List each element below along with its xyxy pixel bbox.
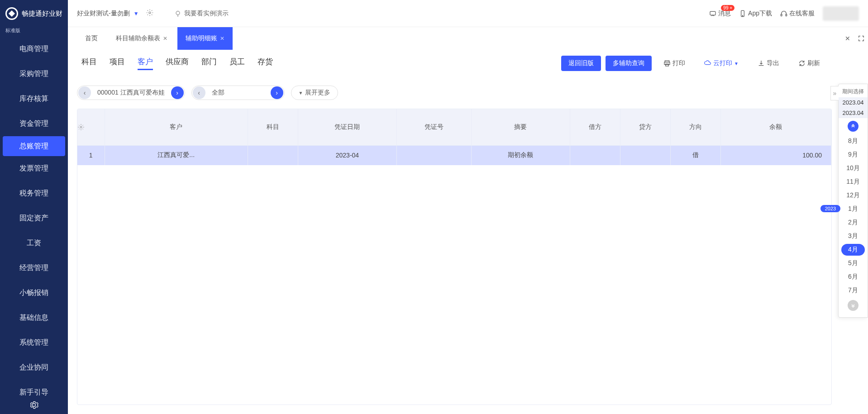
- svg-rect-5: [781, 14, 782, 16]
- prev-scope-button[interactable]: ‹: [193, 86, 205, 99]
- refresh-button[interactable]: 刷新: [791, 56, 827, 71]
- tab-close-icon[interactable]: ✕: [220, 35, 224, 42]
- period-month[interactable]: 3月: [839, 229, 868, 243]
- fullscreen-icon: [858, 35, 865, 42]
- period-month[interactable]: 8月: [839, 134, 868, 148]
- period-month[interactable]: 9月: [839, 148, 868, 162]
- app-download-button[interactable]: App下载: [739, 10, 772, 18]
- period-month[interactable]: 7月: [839, 284, 868, 297]
- table-cell: 1: [77, 145, 105, 165]
- sidebar-item[interactable]: 固定资产: [0, 206, 68, 231]
- period-month[interactable]: 2月: [839, 216, 868, 229]
- filter-tab[interactable]: 部门: [201, 57, 217, 70]
- multi-query-button[interactable]: 多辅助查询: [606, 56, 652, 71]
- expand-more-button[interactable]: ▼ 展开更多: [291, 86, 338, 100]
- chat-icon: [709, 10, 716, 17]
- period-month[interactable]: 5月: [839, 257, 868, 270]
- table-cell: 100.00: [720, 145, 831, 165]
- logo-icon: [5, 7, 18, 20]
- next-scope-button[interactable]: ›: [271, 86, 283, 99]
- period-month[interactable]: 1月2023: [839, 202, 868, 216]
- period-month[interactable]: 11月: [839, 175, 868, 189]
- period-month[interactable]: 12月: [839, 189, 868, 202]
- period-from[interactable]: 2023.04: [839, 97, 868, 108]
- chevron-down-icon: ▼: [134, 10, 139, 17]
- sidebar-item[interactable]: 税务管理: [0, 181, 68, 206]
- filter-tab[interactable]: 供应商: [166, 57, 189, 70]
- chevron-down-icon: ▼: [299, 90, 303, 95]
- chevron-down-icon: ▼: [734, 61, 739, 66]
- sidebar-item[interactable]: 采购管理: [0, 62, 68, 86]
- sidebar-item[interactable]: 新手引导: [0, 380, 68, 396]
- filter-tab[interactable]: 员工: [229, 57, 245, 70]
- period-month[interactable]: 6月: [839, 270, 868, 284]
- export-button[interactable]: 导出: [750, 56, 787, 71]
- table-header-cell: 科目: [248, 109, 298, 145]
- phone-icon: [739, 10, 746, 17]
- gear-icon[interactable]: [77, 124, 85, 131]
- support-button[interactable]: 在线客服: [780, 10, 815, 18]
- svg-point-1: [176, 11, 180, 14]
- tab[interactable]: 首页: [77, 27, 106, 50]
- table-header-cell: 余额: [720, 109, 831, 145]
- close-all-tabs[interactable]: ✕: [841, 35, 854, 42]
- sidebar-settings[interactable]: [0, 396, 68, 414]
- sidebar-item[interactable]: 系统管理: [0, 330, 68, 355]
- tab[interactable]: 科目辅助余额表✕: [108, 27, 176, 50]
- sidebar-item[interactable]: 发票管理: [0, 156, 68, 181]
- period-scroll-up[interactable]: [848, 121, 858, 132]
- table-cell: 江西真可爱...: [105, 145, 248, 165]
- gear-icon: [29, 400, 38, 409]
- sidebar-item[interactable]: 电商管理: [0, 37, 68, 62]
- sidebar-item[interactable]: 总账管理: [3, 136, 65, 156]
- tab-close-icon[interactable]: ✕: [163, 35, 167, 42]
- svg-point-10: [80, 126, 82, 128]
- filter-tab[interactable]: 项目: [110, 57, 125, 70]
- period-scroll-down[interactable]: [848, 300, 858, 311]
- nav-list: 电商管理采购管理库存核算资金管理总账管理发票管理税务管理固定资产工资经营管理小畅…: [0, 37, 68, 396]
- period-month[interactable]: 10月: [839, 162, 868, 175]
- customer-filter-value[interactable]: 000001 江西真可爱布娃: [92, 89, 170, 97]
- period-months: 8月9月10月11月12月1月20232月3月4月5月6月7月: [839, 134, 868, 297]
- table-row[interactable]: 1江西真可爱...2023-04期初余额借100.00: [77, 145, 831, 165]
- version-label: 标准版: [0, 27, 68, 37]
- period-month[interactable]: 4月: [841, 244, 865, 256]
- sidebar-item[interactable]: 企业协同: [0, 355, 68, 380]
- demo-link[interactable]: 我要看实例演示: [174, 10, 229, 18]
- next-customer-button[interactable]: ›: [171, 86, 184, 99]
- fullscreen-button[interactable]: [854, 35, 868, 42]
- table-cell: 借: [670, 145, 720, 165]
- period-panel: » 期间选择 2023.04 2023.04 8月9月10月11月12月1月20…: [838, 84, 868, 318]
- settings-icon[interactable]: [146, 9, 153, 18]
- table-header-cell: 贷方: [620, 109, 670, 145]
- filter-tab[interactable]: 存货: [258, 57, 273, 70]
- table-header-cell: 方向: [670, 109, 720, 145]
- user-avatar[interactable]: [823, 6, 859, 21]
- filter-tab[interactable]: 客户: [138, 57, 153, 70]
- sidebar-item[interactable]: 工资: [0, 231, 68, 256]
- filter-tab[interactable]: 科目: [81, 57, 97, 70]
- back-old-button[interactable]: 退回旧版: [561, 56, 601, 71]
- cloud-print-icon: [704, 60, 711, 67]
- table-header-cell: 凭证号: [397, 109, 472, 145]
- scope-filter-value[interactable]: 全部: [206, 89, 270, 97]
- sidebar-item[interactable]: 小畅报销: [0, 281, 68, 305]
- prev-customer-button[interactable]: ‹: [78, 86, 91, 99]
- period-collapse-button[interactable]: »: [830, 86, 839, 100]
- messages-button[interactable]: 消息 99 +: [709, 10, 731, 18]
- svg-point-4: [742, 15, 743, 16]
- tab[interactable]: 辅助明细账✕: [177, 27, 233, 50]
- sidebar: 畅捷通好业财 标准版 电商管理采购管理库存核算资金管理总账管理发票管理税务管理固…: [0, 0, 68, 414]
- svg-point-0: [149, 12, 151, 14]
- table-cell: [570, 145, 620, 165]
- tab-bar: 首页科目辅助余额表✕辅助明细账✕: [68, 27, 841, 50]
- print-button[interactable]: 打印: [656, 56, 692, 71]
- sidebar-item[interactable]: 基础信息: [0, 305, 68, 330]
- sidebar-item[interactable]: 资金管理: [0, 111, 68, 136]
- workspace-selector[interactable]: 好业财测试-量勿删 ▼: [77, 10, 139, 18]
- period-to[interactable]: 2023.04: [839, 108, 868, 118]
- cloud-print-button[interactable]: 云打印 ▼: [697, 56, 746, 71]
- sidebar-item[interactable]: 经营管理: [0, 256, 68, 281]
- sidebar-item[interactable]: 库存核算: [0, 86, 68, 111]
- table-cell: 期初余额: [471, 145, 570, 165]
